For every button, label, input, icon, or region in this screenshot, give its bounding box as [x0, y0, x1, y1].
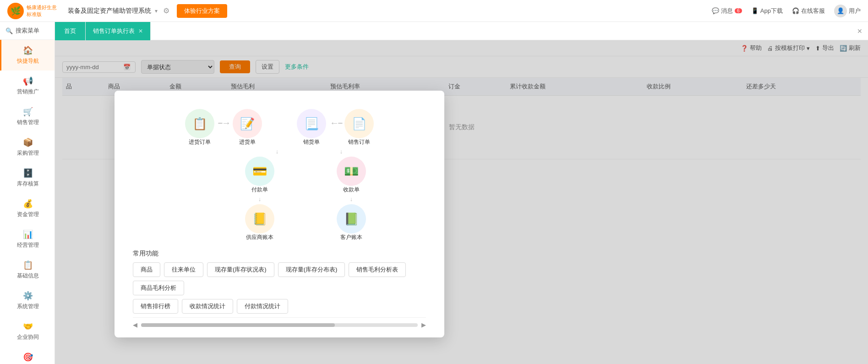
arrow-down-receipt: ↓ — [337, 196, 366, 202]
top-header: 🌿 畅康通好生意 标准版 装备及固定资产辅助管理系统 ▾ ⚙ 体验行业方案 💬 … — [0, 0, 868, 22]
flow-col-sales-order: 📄 销售订单 — [344, 109, 374, 146]
sidebar-item-system[interactable]: ⚙️ 系统管理 — [0, 285, 55, 316]
title-dropdown-arrow[interactable]: ▾ — [155, 8, 158, 14]
func-btn-goods[interactable]: 商品 — [133, 262, 160, 277]
arrow-down-sales-bill: ↓ — [327, 148, 356, 155]
message-badge: 6 — [735, 8, 742, 13]
collab-icon: 🤝 — [23, 321, 33, 331]
purchase-bill-node[interactable]: 📝 — [233, 109, 262, 138]
func-btn-receipt-stats[interactable]: 收款情况统计 — [182, 299, 233, 314]
scroll-left-arrow[interactable]: ◀ — [133, 321, 137, 328]
spacer4 — [278, 196, 333, 202]
func-btn-contacts[interactable]: 往来单位 — [164, 262, 203, 277]
flow-col-customer-ledger: 📗 客户账本 — [337, 204, 366, 241]
flow-col-sales-bill: 📃 销货单 — [297, 109, 326, 146]
sales-bill-node[interactable]: 📃 — [297, 109, 326, 138]
sidebar-item-operations[interactable]: 📊 经营管理 — [0, 224, 55, 255]
func-btn-payment-stats[interactable]: 付款情况统计 — [237, 299, 288, 314]
system-title: 装备及固定资产辅助管理系统 ▾ — [68, 7, 158, 15]
flow-col-purchase-order: 📋 进货订单 — [185, 109, 214, 146]
common-func-title: 常用功能 — [133, 250, 426, 258]
sidebar-item-newbie[interactable]: 🎯 新手引导 — [0, 347, 55, 364]
spacer-arrow — [236, 148, 259, 155]
sidebar-item-base[interactable]: 📋 基础信息 — [0, 255, 55, 285]
inventory-icon: 🗄️ — [23, 168, 33, 178]
flow-col-payment: 💳 付款单 — [245, 157, 274, 194]
scrollbar-thumb — [141, 323, 335, 327]
sales-order-label: 销售订单 — [348, 138, 370, 146]
flow-section: 📋 进货订单 - - → 📝 进货单 — [133, 104, 426, 246]
common-functions: 常用功能 商品 往来单位 现存量(库存状况表) 现存量(库存分布表) 销售毛利分… — [133, 250, 426, 314]
message-button[interactable]: 💬 消息 6 — [712, 7, 742, 15]
tab-bar: 首页 销售订单执行表 ✕ ✕ — [55, 22, 868, 40]
arrow-down-payment: ↓ — [245, 196, 274, 202]
flow-col-purchase-bill: 📝 进货单 — [233, 109, 262, 146]
user-avatar: 👤 — [834, 5, 847, 17]
sidebar: 🔍 搜索菜单 🏠 快捷导航 📢 营销推广 🛒 销售管理 📦 采购管理 🗄️ — [0, 22, 55, 364]
customer-ledger-label: 客户账本 — [340, 234, 362, 241]
payment-bill-node[interactable]: 💳 — [245, 157, 274, 186]
receipt-bill-label: 收款单 — [343, 186, 360, 194]
purchase-order-node[interactable]: 📋 — [185, 109, 214, 138]
trial-button[interactable]: 体验行业方案 — [177, 4, 227, 18]
scrollbar-track[interactable] — [141, 323, 418, 327]
gear-icon[interactable]: ⚙ — [163, 6, 169, 15]
supplier-ledger-node[interactable]: 📒 — [245, 204, 274, 234]
user-menu[interactable]: 👤 用户 — [834, 5, 861, 17]
phone-icon: 📱 — [751, 7, 759, 14]
sidebar-item-quick-guide[interactable]: 🏠 快捷导航 — [0, 40, 55, 71]
main-body: 🔍 搜索菜单 🏠 快捷导航 📢 营销推广 🛒 销售管理 📦 采购管理 🗄️ — [0, 22, 868, 364]
spacer2 — [295, 148, 323, 155]
func-btn-sales-rank[interactable]: 销售排行榜 — [133, 299, 178, 314]
message-icon: 💬 — [712, 7, 719, 14]
app-download-button[interactable]: 📱 App下载 — [751, 7, 783, 15]
purchase-order-label: 进货订单 — [189, 138, 211, 146]
online-service-button[interactable]: 🎧 在线客服 — [792, 7, 825, 15]
base-icon: 📋 — [23, 260, 33, 270]
supplier-ledger-label: 供应商账本 — [246, 234, 273, 241]
purchase-icon: 📦 — [23, 137, 33, 147]
flow-col-supplier-ledger: 📒 供应商账本 — [245, 204, 274, 241]
headset-icon: 🎧 — [792, 7, 799, 14]
page-content: ❓ 帮助 🖨 按模板打印 ▾ ⬆ 导出 🔄 刷新 — [55, 40, 868, 364]
arrow-sales-order-to-bill: ← - - — [330, 118, 341, 128]
marketing-icon: 📢 — [23, 76, 33, 86]
tab-sales-order-exec[interactable]: 销售订单执行表 ✕ — [86, 22, 151, 40]
newbie-icon: 🎯 — [23, 352, 33, 362]
sidebar-item-sales[interactable]: 🛒 销售管理 — [0, 101, 55, 132]
func-btn-inventory-dist[interactable]: 现存量(库存分布表) — [278, 262, 345, 277]
search-menu-button[interactable]: 🔍 搜索菜单 — [0, 22, 55, 40]
func-btn-inventory-status[interactable]: 现存量(库存状况表) — [207, 262, 274, 277]
home-icon: 🏠 — [23, 45, 33, 55]
header-right: 💬 消息 6 📱 App下载 🎧 在线客服 👤 用户 — [712, 5, 861, 17]
search-icon: 🔍 — [5, 27, 13, 34]
tab-bar-close-all[interactable]: ✕ — [857, 27, 868, 35]
tab-close-icon[interactable]: ✕ — [138, 28, 143, 34]
sidebar-item-purchase[interactable]: 📦 采购管理 — [0, 132, 55, 163]
tab-home[interactable]: 首页 — [55, 22, 86, 40]
scroll-right-arrow[interactable]: ▶ — [421, 321, 426, 328]
sales-order-node[interactable]: 📄 — [344, 109, 374, 138]
func-btn-sales-gross[interactable]: 销售毛利分析表 — [349, 262, 406, 277]
arrow-down-purchase-bill: ↓ — [262, 148, 292, 155]
receipt-bill-node[interactable]: 💵 — [337, 157, 366, 186]
sales-icon: 🛒 — [23, 107, 33, 117]
sidebar-item-finance[interactable]: 💰 资金管理 — [0, 193, 55, 224]
sidebar-item-inventory[interactable]: 🗄️ 库存核算 — [0, 163, 55, 193]
func-buttons-row2: 销售排行榜 收款情况统计 付款情况统计 — [133, 299, 426, 314]
content-area: 首页 销售订单执行表 ✕ ✕ ❓ 帮助 🖨 按 — [55, 22, 868, 364]
system-icon: ⚙️ — [23, 291, 33, 301]
func-btn-goods-gross[interactable]: 商品毛利分析 — [133, 281, 184, 295]
modal-overlay[interactable]: 📋 进货订单 - - → 📝 进货单 — [55, 40, 868, 364]
logo-icon: 🌿 — [7, 3, 24, 19]
modal-scrollbar: ◀ ▶ — [133, 317, 426, 328]
sidebar-item-marketing[interactable]: 📢 营销推广 — [0, 71, 55, 101]
modal-box: 📋 进货订单 - - → 📝 进货单 — [115, 91, 444, 337]
sidebar-item-collab[interactable]: 🤝 企业协同 — [0, 316, 55, 347]
arrow-purchase-order-to-bill: - - → — [218, 118, 229, 128]
logo-text: 畅康通好生意 标准版 — [27, 4, 57, 17]
func-buttons-row1: 商品 往来单位 现存量(库存状况表) 现存量(库存分布表) 销售毛利分析表 商品… — [133, 262, 426, 295]
operations-icon: 📊 — [23, 229, 33, 239]
customer-ledger-node[interactable]: 📗 — [337, 204, 366, 234]
spacer-left — [203, 148, 232, 155]
